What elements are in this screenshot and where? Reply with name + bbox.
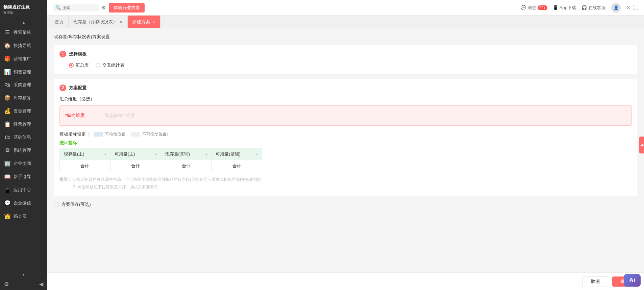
app-download-btn[interactable]: 📱 App下载 — [553, 5, 576, 11]
stats-col-3: 可用量(基辅) ▾ 合计 — [212, 148, 262, 172]
stats-col-2: 现存量(基辅) ▾ 合计 — [161, 148, 212, 172]
sidebar-item-label: 营销推广 — [14, 56, 31, 62]
tab-new-scheme-close[interactable]: ✕ — [152, 20, 155, 24]
stats-table: 现存量(主) ▾ 合计 可用量(主) ▾ 合计 — [59, 148, 262, 172]
radio-cross-circle[interactable] — [96, 63, 100, 68]
home-icon: 🏠 — [4, 42, 11, 49]
stats-col-1: 可用量(主) ▾ 合计 — [110, 148, 161, 172]
save-checkbox[interactable] — [54, 202, 59, 207]
sidebar-item-label: 企业微信 — [14, 200, 31, 206]
sidebar-item-sales[interactable]: 📊 销售管理 — [0, 65, 47, 78]
non-draggable-box — [131, 132, 140, 137]
stats-label: 统计指标 — [59, 140, 632, 146]
stats-table-header: 现存量(主) ▾ 合计 可用量(主) ▾ 合计 — [60, 148, 262, 172]
window-close-btn[interactable]: ✕ — [626, 4, 630, 11]
sidebar-item-member[interactable]: 👑 畅会员 — [0, 210, 47, 223]
stats-col-2-header[interactable]: 现存量(基辅) ▾ — [161, 148, 212, 160]
app-download-label: App下载 — [560, 5, 576, 11]
tab-home-label: 首页 — [55, 19, 64, 25]
tab-inventory-status[interactable]: 现存量（库存状况表） ✕ — [69, 16, 128, 28]
stats-col-1-header[interactable]: 可用量(主) ▾ — [110, 148, 161, 160]
search-input[interactable] — [62, 5, 96, 10]
sidebar-item-purchase[interactable]: 🛍 采购管理 — [0, 78, 47, 91]
sidebar-item-finance[interactable]: 💰 资金管理 — [0, 104, 47, 118]
sidebar-item-basic-info[interactable]: 🗂 基础信息 — [0, 131, 47, 144]
sidebar-item-operations[interactable]: 📋 经营管理 — [0, 118, 47, 131]
page-title: 现存量(库存状况表)方案设置 — [54, 34, 637, 40]
radio-cross[interactable]: 交叉统计表 — [96, 62, 124, 68]
sidebar-scroll-up[interactable]: ▲ — [0, 19, 47, 26]
sidebar-item-system[interactable]: ⚙ 系统管理 — [0, 144, 47, 157]
sidebar-item-label: 新手引导 — [14, 174, 31, 180]
crown-icon: 👑 — [4, 213, 11, 219]
radio-summary-label: 汇总表 — [76, 62, 89, 68]
save-checkbox-row[interactable]: 方案保存(可选) — [54, 201, 637, 208]
legend-draggable: 可拖动位置 — [94, 131, 125, 137]
dimension-label: 汇总维度（必选） — [59, 96, 632, 102]
tab-new-scheme[interactable]: 新建方案 ✕ — [128, 16, 160, 28]
stats-col-0-header[interactable]: 现存量(主) ▾ — [60, 148, 110, 160]
chevron-down-icon-1[interactable]: ▾ — [155, 152, 157, 156]
non-draggable-label: 不可拖动位置） — [142, 131, 171, 137]
step1-section: 1 选择模板 汇总表 交叉统计表 — [54, 45, 637, 74]
radio-summary-circle[interactable] — [69, 63, 74, 68]
right-collapse-btn[interactable]: ◀ — [639, 137, 644, 153]
sidebar-item-enterprise[interactable]: 🏢 企业协同 — [0, 157, 47, 170]
sidebar-item-label: 畅会员 — [14, 213, 27, 219]
tab-bar: 首页 现存量（库存状况表） ✕ 新建方案 ✕ — [47, 16, 644, 28]
money-icon: 💰 — [4, 108, 11, 114]
industry-btn[interactable]: 体验行业方案 — [109, 3, 145, 13]
draggable-label: 可拖动位置 — [105, 131, 125, 137]
online-service-label: 在线客服 — [588, 5, 606, 11]
sidebar-item-quick-nav[interactable]: 🏠 快捷导航 — [0, 39, 47, 52]
sidebar-item-app-center[interactable]: 📱 应用中心 — [0, 183, 47, 196]
stats-col-0: 现存量(主) ▾ 合计 — [60, 148, 110, 172]
window-expand-btn[interactable]: ⛶ — [633, 5, 639, 11]
tab-home[interactable]: 首页 — [50, 16, 69, 28]
tab-new-scheme-label: 新建方案 — [132, 19, 150, 25]
sidebar-item-new-guide[interactable]: 📖 新手引导 — [0, 170, 47, 183]
sidebar-item-inventory[interactable]: 📦 库存核算 — [0, 91, 47, 104]
sidebar-item-enterprise-wechat[interactable]: 💬 企业微信 — [0, 196, 47, 210]
cancel-button[interactable]: 取消 — [583, 276, 608, 287]
topbar-left: 🔍 ⚙ 体验行业方案 — [53, 3, 145, 13]
sidebar-item-marketing[interactable]: 🎁 营销推广 — [0, 52, 47, 65]
radio-summary[interactable]: 汇总表 — [69, 62, 89, 68]
book-icon: 📖 — [4, 173, 11, 180]
indicator-setting: 模板指标设定（ 可拖动位置 不可拖动位置） 统计指标 — [59, 131, 632, 172]
sidebar-item-label: 资金管理 — [14, 108, 31, 114]
summary-dimension: 汇总维度（必选） *纵向维度 —— 请选择分组维度 — [59, 96, 632, 126]
chevron-down-icon-3[interactable]: ▾ — [256, 152, 258, 156]
avatar: 👤 — [611, 3, 621, 13]
search-box[interactable]: 🔍 — [53, 4, 99, 11]
message-btn[interactable]: 💬 消息 99+ — [521, 5, 547, 11]
chevron-down-icon-0[interactable]: ▾ — [104, 152, 106, 156]
bag-icon: 🛍 — [4, 82, 11, 88]
message-badge: 99+ — [538, 5, 547, 10]
settings-icon[interactable]: ⚙ — [4, 281, 9, 287]
sidebar-footer: ⚙ ◀ — [0, 278, 47, 290]
stats-col-3-header[interactable]: 可用量(基辅) ▾ — [212, 148, 262, 160]
headset-icon: 🎧 — [581, 5, 587, 10]
sidebar-item-search-menu[interactable]: ☰ 搜索菜单 — [0, 26, 47, 39]
dimension-box[interactable]: *纵向维度 —— 请选择分组维度 — [59, 105, 632, 126]
tab-inventory-close[interactable]: ✕ — [119, 20, 123, 24]
step1-label: 选择模板 — [69, 51, 86, 57]
sidebar-item-label: 应用中心 — [14, 187, 31, 193]
ai-badge[interactable]: Ai — [624, 274, 641, 287]
indicator-legend: 可拖动位置 不可拖动位置） — [94, 131, 171, 137]
sidebar-item-label: 基础信息 — [14, 134, 31, 140]
search-icon: 🔍 — [55, 5, 61, 10]
collapse-sidebar-icon[interactable]: ◀ — [39, 281, 43, 287]
clipboard-icon: 📋 — [4, 121, 11, 127]
tip-title: 提示：1.拖动标题栏可以调整布局，不可跨维度或指标区域拖动栏目字段(只能在同一维… — [59, 176, 632, 184]
settings-btn[interactable]: ⚙ — [101, 4, 106, 11]
online-service-btn[interactable]: 🎧 在线客服 — [581, 5, 606, 11]
sidebar-scroll-down[interactable]: ▼ — [0, 271, 47, 278]
app-title: 畅康通好生意 — [3, 4, 44, 10]
chevron-down-icon-2[interactable]: ▾ — [205, 152, 207, 156]
user-avatar-btn[interactable]: 👤 — [611, 3, 621, 13]
tab-inventory-label: 现存量（库存状况表） — [73, 19, 117, 25]
bottom-bar: 取消 查询 — [47, 272, 644, 290]
draggable-box — [94, 132, 103, 137]
